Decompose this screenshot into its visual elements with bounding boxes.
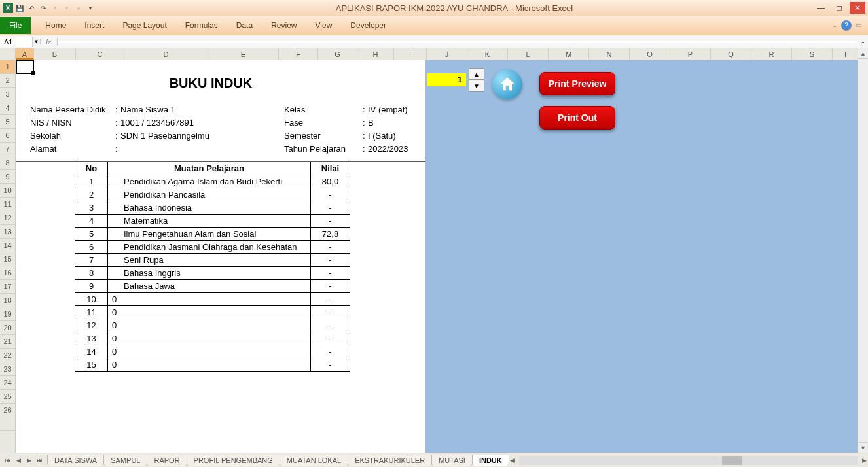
col-header[interactable]: M [549, 48, 589, 60]
col-header[interactable]: J [427, 48, 467, 60]
qat-icon[interactable]: ▫ [50, 3, 60, 13]
row-header[interactable]: 15 [0, 252, 15, 266]
sheet-tab-rapor[interactable]: RAPOR [147, 455, 187, 466]
row-header[interactable]: 19 [0, 307, 15, 321]
col-header[interactable]: T [833, 48, 859, 60]
excel-icon[interactable]: X [3, 3, 13, 13]
col-header[interactable]: K [467, 48, 508, 60]
file-tab[interactable]: File [0, 17, 31, 34]
undo-icon[interactable]: ↶ [26, 3, 37, 13]
row-header[interactable]: 12 [0, 211, 15, 225]
row-header[interactable]: 6 [0, 129, 15, 143]
close-button[interactable]: ✕ [850, 2, 865, 14]
home-button[interactable] [492, 69, 522, 99]
sheet-tab-induk[interactable]: INDUK [472, 455, 509, 466]
row-header[interactable]: 20 [0, 321, 15, 335]
col-header[interactable]: D [124, 48, 208, 60]
col-header[interactable]: R [751, 48, 792, 60]
ribbon-tab-formulas[interactable]: Formulas [176, 17, 227, 34]
sheet-tab-muatan-lokal[interactable]: MUATAN LOKAL [280, 455, 348, 466]
col-header[interactable]: H [357, 48, 394, 60]
qat-icon[interactable]: ▫ [73, 3, 84, 13]
tab-last-icon[interactable]: ⏭ [34, 457, 45, 464]
name-box-dropdown-icon[interactable]: ▼ [33, 39, 41, 44]
ribbon-tab-home[interactable]: Home [36, 17, 75, 34]
row-header[interactable]: 26 [0, 404, 15, 431]
row-header[interactable]: 13 [0, 225, 15, 239]
col-header[interactable]: S [792, 48, 833, 60]
row-header[interactable]: 24 [0, 376, 15, 390]
help-icon[interactable]: ? [841, 20, 852, 31]
qat-icon[interactable]: ▫ [62, 3, 72, 13]
col-header[interactable]: Q [711, 48, 751, 60]
ribbon-tab-view[interactable]: View [306, 17, 342, 34]
sheet-print-area[interactable]: BUKU INDUK Nama Peserta Didik:Nama Siswa… [16, 60, 425, 453]
vertical-scrollbar[interactable]: ▲ ▼ [858, 48, 868, 453]
formula-bar[interactable] [58, 41, 858, 43]
row-header[interactable]: 7 [0, 143, 15, 156]
sheet-tab-data-siswa[interactable]: DATA SISWA [47, 455, 104, 466]
col-header[interactable]: L [508, 48, 549, 60]
tab-next-icon[interactable]: ▶ [24, 457, 34, 464]
window-controls-icon[interactable]: ▭ [856, 22, 861, 29]
ribbon-tab-review[interactable]: Review [262, 17, 306, 34]
row-header[interactable]: 9 [0, 170, 15, 184]
row-header[interactable]: 4 [0, 101, 15, 115]
ribbon-minimize-icon[interactable]: ⌄ [832, 22, 837, 29]
row-header[interactable]: 21 [0, 335, 15, 349]
ribbon-tab-page-layout[interactable]: Page Layout [113, 17, 175, 34]
tab-scroll-icon[interactable]: ◀ [509, 457, 516, 464]
row-header[interactable]: 16 [0, 266, 15, 280]
fx-icon[interactable]: fx [41, 38, 58, 46]
row-header[interactable]: 25 [0, 390, 15, 404]
ribbon-tab-developer[interactable]: Developer [341, 17, 395, 34]
row-header[interactable]: 18 [0, 294, 15, 307]
col-header[interactable]: I [394, 48, 427, 60]
row-header[interactable]: 23 [0, 362, 15, 376]
formula-bar-expand-icon[interactable]: ⌄ [858, 39, 868, 44]
sheet-tab-ekstrakurikuler[interactable]: EKSTRAKURIKULER [348, 455, 432, 466]
spinner-down-button[interactable]: ▼ [469, 80, 484, 92]
row-header[interactable]: 5 [0, 115, 15, 129]
col-header[interactable]: B [34, 48, 76, 60]
qat-dropdown-icon[interactable]: ▼ [85, 3, 96, 13]
col-header[interactable]: G [318, 48, 357, 60]
ribbon-tab-insert[interactable]: Insert [75, 17, 113, 34]
col-header[interactable]: N [589, 48, 630, 60]
save-icon[interactable]: 💾 [14, 3, 25, 13]
redo-icon[interactable]: ↷ [38, 3, 48, 13]
ribbon-tab-data[interactable]: Data [227, 17, 262, 34]
row-header[interactable]: 2 [0, 74, 15, 88]
row-header[interactable]: 1 [0, 60, 15, 74]
sheet-tab-sampul[interactable]: SAMPUL [103, 455, 147, 466]
maximize-button[interactable]: ◻ [831, 2, 847, 14]
row-header[interactable]: 3 [0, 88, 15, 101]
row-header[interactable]: 11 [0, 198, 15, 211]
sheet-tab-profil-pengembang[interactable]: PROFIL PENGEMBANG [187, 455, 280, 466]
col-header[interactable]: A [16, 48, 34, 60]
col-header[interactable]: P [670, 48, 711, 60]
student-index-cell[interactable]: 1 [427, 73, 466, 86]
tab-prev-icon[interactable]: ◀ [13, 457, 24, 464]
row-header[interactable]: 14 [0, 239, 15, 252]
select-all-corner[interactable] [0, 48, 15, 60]
spinner-up-button[interactable]: ▲ [469, 68, 484, 80]
col-header[interactable]: E [208, 48, 279, 60]
sheet-controls-area[interactable]: 1 ▲ ▼ Print Preview Print Out [425, 60, 868, 453]
print-out-button[interactable]: Print Out [539, 106, 615, 130]
row-header[interactable]: 8 [0, 156, 15, 170]
col-header[interactable]: F [279, 48, 318, 60]
col-header[interactable]: O [630, 48, 670, 60]
scrollbar-thumb[interactable] [722, 456, 742, 465]
scroll-down-icon[interactable]: ▼ [858, 442, 868, 453]
row-header[interactable]: 17 [0, 280, 15, 294]
name-box[interactable]: A1 [0, 37, 33, 47]
minimize-button[interactable]: — [813, 2, 829, 14]
tab-scroll-right-icon[interactable]: ▶ [860, 457, 868, 464]
row-header[interactable]: 22 [0, 349, 15, 362]
print-preview-button[interactable]: Print Preview [539, 72, 615, 95]
col-header[interactable]: C [76, 48, 124, 60]
tab-first-icon[interactable]: ⏮ [3, 457, 13, 464]
horizontal-scrollbar[interactable] [519, 456, 858, 465]
scroll-up-icon[interactable]: ▲ [858, 48, 868, 59]
